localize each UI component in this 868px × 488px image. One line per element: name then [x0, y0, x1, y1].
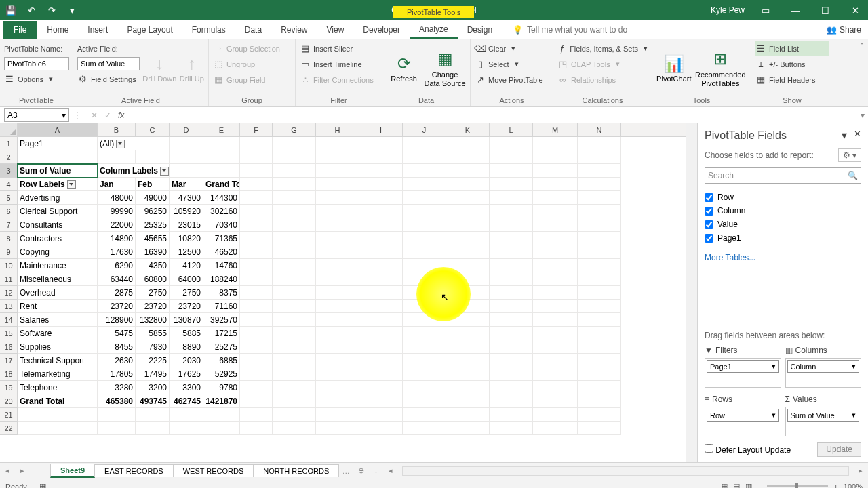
- cell[interactable]: [240, 164, 273, 178]
- insert-timeline-button[interactable]: ▭Insert Timeline: [300, 57, 378, 71]
- row-header[interactable]: 12: [0, 286, 18, 300]
- vertical-scrollbar[interactable]: [686, 123, 697, 462]
- cell[interactable]: [490, 286, 533, 300]
- tab-home[interactable]: Home: [37, 21, 78, 38]
- cell[interactable]: [273, 245, 316, 259]
- cell[interactable]: Column Labels: [98, 164, 170, 178]
- cell[interactable]: [240, 354, 273, 367]
- col-header-N[interactable]: N: [578, 123, 621, 136]
- cell[interactable]: 17495: [136, 367, 170, 381]
- cell[interactable]: [490, 327, 533, 340]
- cell[interactable]: Software: [18, 327, 98, 340]
- cell[interactable]: 47300: [170, 191, 203, 205]
- cell[interactable]: [203, 422, 240, 435]
- cell[interactable]: [359, 232, 403, 245]
- sheet-nav-prev[interactable]: ◂: [0, 466, 15, 475]
- cell[interactable]: [240, 408, 273, 422]
- row-header[interactable]: 22: [0, 422, 18, 435]
- undo-icon[interactable]: ↶: [26, 5, 37, 16]
- cell[interactable]: [273, 150, 316, 164]
- cell[interactable]: [316, 232, 359, 245]
- cell[interactable]: [273, 137, 316, 150]
- cell[interactable]: [533, 367, 578, 381]
- cell[interactable]: [533, 300, 578, 313]
- col-header-M[interactable]: M: [533, 123, 578, 136]
- tab-file[interactable]: File: [3, 21, 37, 39]
- cell[interactable]: 22000: [98, 218, 136, 232]
- cell[interactable]: 46520: [203, 245, 240, 259]
- cell[interactable]: [316, 164, 359, 178]
- cell[interactable]: 302160: [203, 205, 240, 218]
- cell[interactable]: [490, 313, 533, 327]
- cell[interactable]: 25325: [136, 218, 170, 232]
- cell[interactable]: [240, 218, 273, 232]
- cell[interactable]: 45655: [136, 232, 170, 245]
- cell[interactable]: 8890: [170, 340, 203, 354]
- cell[interactable]: [578, 178, 621, 191]
- filter-connections-button[interactable]: ⛬Filter Connections: [300, 73, 378, 87]
- cell[interactable]: [316, 150, 359, 164]
- cell[interactable]: 25275: [203, 340, 240, 354]
- cell[interactable]: [359, 408, 403, 422]
- close-button[interactable]: ✕: [846, 5, 864, 16]
- cell[interactable]: [273, 408, 316, 422]
- cell[interactable]: [403, 205, 446, 218]
- cell[interactable]: [273, 205, 316, 218]
- sheet-tab-west[interactable]: WEST RECORDS: [173, 464, 254, 477]
- cell[interactable]: [578, 394, 621, 408]
- drill-up-button[interactable]: ↑Drill Up: [180, 41, 204, 96]
- values-drop-area[interactable]: Sum of Value▾: [785, 407, 862, 436]
- cell[interactable]: [533, 164, 578, 178]
- field-list-toggle[interactable]: ☰Field List: [755, 41, 829, 56]
- cell[interactable]: [446, 313, 490, 327]
- cell[interactable]: [446, 205, 490, 218]
- cell[interactable]: [240, 394, 273, 408]
- refresh-button[interactable]: ⟳Refresh: [387, 41, 421, 96]
- cell[interactable]: [578, 313, 621, 327]
- col-header-C[interactable]: C: [136, 123, 170, 136]
- cell[interactable]: Grand Total: [18, 394, 98, 408]
- cell[interactable]: [136, 150, 170, 164]
- cell[interactable]: 3280: [98, 381, 136, 394]
- row-header[interactable]: 20: [0, 394, 18, 408]
- cell[interactable]: [578, 259, 621, 272]
- cell[interactable]: [446, 408, 490, 422]
- add-sheet-button[interactable]: ⊕: [353, 466, 368, 475]
- cell[interactable]: [240, 327, 273, 340]
- cell[interactable]: [578, 272, 621, 286]
- cell[interactable]: 16390: [136, 245, 170, 259]
- col-header-B[interactable]: B: [98, 123, 136, 136]
- cell[interactable]: [578, 137, 621, 150]
- cell[interactable]: [490, 245, 533, 259]
- col-header-J[interactable]: J: [403, 123, 446, 136]
- field-item[interactable]: Value: [705, 218, 861, 231]
- cell[interactable]: 12500: [170, 245, 203, 259]
- cancel-formula-icon[interactable]: ✕: [91, 110, 98, 120]
- cell[interactable]: [316, 354, 359, 367]
- cell[interactable]: [240, 191, 273, 205]
- cell[interactable]: [578, 422, 621, 435]
- group-selection-button[interactable]: →Group Selection: [213, 41, 291, 56]
- sheet-tab-east[interactable]: EAST RECORDS: [94, 464, 174, 477]
- cell[interactable]: [490, 232, 533, 245]
- cell[interactable]: [446, 245, 490, 259]
- cell[interactable]: [490, 150, 533, 164]
- cell[interactable]: Consultants: [18, 218, 98, 232]
- cell[interactable]: 14890: [98, 232, 136, 245]
- cell[interactable]: [446, 354, 490, 367]
- pane-dropdown-icon[interactable]: ▾: [842, 129, 847, 142]
- row-header[interactable]: 1: [0, 137, 18, 150]
- filters-area-item[interactable]: Page1▾: [707, 360, 779, 373]
- cell[interactable]: [578, 218, 621, 232]
- cell[interactable]: 96250: [136, 205, 170, 218]
- col-header-E[interactable]: E: [203, 123, 240, 136]
- cell[interactable]: [490, 354, 533, 367]
- cell[interactable]: Supplies: [18, 340, 98, 354]
- cell[interactable]: 130870: [170, 313, 203, 327]
- cell[interactable]: [273, 164, 316, 178]
- cell[interactable]: 3200: [136, 381, 170, 394]
- cell[interactable]: 2875: [98, 286, 136, 300]
- cell[interactable]: [273, 178, 316, 191]
- cell[interactable]: [578, 340, 621, 354]
- cell[interactable]: Feb: [136, 178, 170, 191]
